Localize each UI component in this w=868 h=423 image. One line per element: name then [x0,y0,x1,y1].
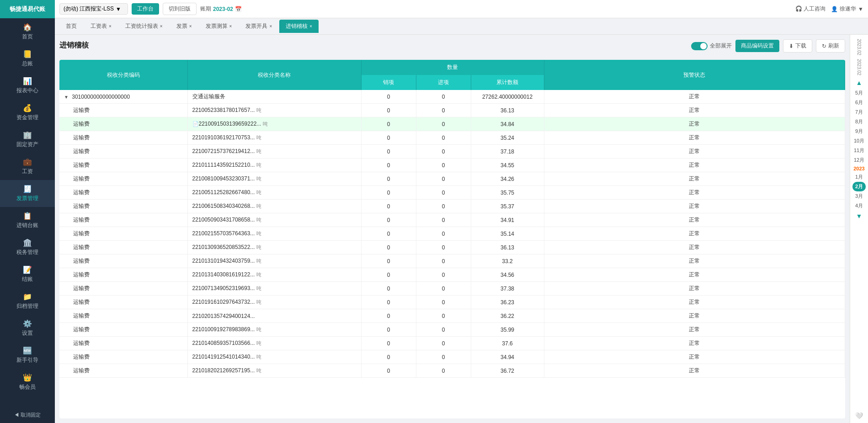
sidebar-item-reports[interactable]: 📊 报表中心 [0,72,55,99]
nav-up-btn[interactable]: ▲ [854,77,864,88]
tab-close-icon[interactable]: × [269,24,272,29]
sidebar-item-label: 资金管理 [16,114,38,122]
month-nov[interactable]: 11月 [850,146,868,155]
table-row[interactable]: 运输费 2210081009453230371... 吨 0 0 34.26 正… [59,172,845,186]
month-apr[interactable]: 4月 [850,201,868,211]
month-dec[interactable]: 12月 [850,155,868,165]
sidebar-item-ledger[interactable]: 📒 总账 [0,45,55,72]
month-jun[interactable]: 6月 [850,98,868,107]
service-btn[interactable]: 🎧 人工咨询 [795,5,825,13]
tax-icon: 🏛️ [23,238,32,247]
sidebar-item-label: 发票管理 [16,195,38,202]
sidebar-item-home[interactable]: 🏠 首页 [0,18,55,45]
table-row[interactable]: 运输费 2210191610297643732... 吨 0 0 36.23 正… [59,296,845,309]
table-row[interactable]: 运输费 2210100919278983869... 吨 0 0 35.99 正… [59,323,845,337]
workspace-btn[interactable]: 工作台 [132,3,159,15]
month-mar[interactable]: 3月 [850,191,868,201]
table-row[interactable]: 运输费 2210052338178017657... 吨 0 0 36.13 正… [59,104,845,117]
table-row[interactable]: 运输费 2210182021269257195... 吨 0 0 36.72 正… [59,364,845,378]
expand-toggle[interactable]: 全部展开 [691,42,732,50]
sidebar-item-assets[interactable]: 🏢 固定资产 [0,126,55,153]
sidebar-item-settlement[interactable]: 📝 结账 [0,261,55,288]
table-row[interactable]: 运输费 2210111143592152210... 吨 0 0 34.55 正… [59,159,845,172]
group-code: ▼ 3010000000000000000 [59,90,187,104]
sidebar-item-member[interactable]: 👑 畅会员 [0,369,55,396]
table-row[interactable]: 运输费 2210201357429400124... 0 0 36.22 正常 [59,309,845,323]
sidebar-item-settings[interactable]: ⚙️ 设置 [0,315,55,342]
month-sep[interactable]: 9月 [850,127,868,136]
calendar-icon[interactable]: 📅 [235,6,242,12]
cell-status: 正常 [544,282,845,296]
tab-invoice-calc[interactable]: 发票测算 × [199,20,239,33]
settings-btn[interactable]: 商品编码设置 [735,40,779,52]
headset-icon: 🎧 [795,5,802,12]
user-menu[interactable]: 👤 徐遂华 ▼ [831,5,863,13]
tab-salary-report[interactable]: 工资统计报表 × [119,20,169,33]
table-row[interactable]: 运输费 2210131019432403759... 吨 0 0 33.2 正常 [59,254,845,268]
tab-close-icon[interactable]: × [309,24,312,29]
table-row[interactable]: 运输费 2210021557035764363... 吨 0 0 35.14 正… [59,227,845,241]
expand-icon[interactable]: ▼ [64,95,69,100]
archive-icon: 📁 [23,292,32,301]
heart-icon[interactable]: 🤍 [852,408,867,423]
nav-down-btn[interactable]: ▼ [854,211,864,222]
month-jul[interactable]: 7月 [850,107,868,117]
tab-close-icon[interactable]: × [229,24,232,29]
cell-sales: 0 [361,131,416,145]
sidebar-item-salary[interactable]: 💼 工资 [0,153,55,180]
sidebar-unpin-btn[interactable]: ◀ 取消固定 [0,407,55,423]
cell-invoice-code: 2210021557035764363... 吨 [187,227,361,241]
sidebar-item-funds[interactable]: 💰 资金管理 [0,99,55,126]
toggle-switch[interactable] [691,42,708,50]
sidebar-item-guide[interactable]: 🆕 新手引导 [0,342,55,369]
sidebar-item-label: 设置 [22,329,33,337]
month-oct[interactable]: 10月 [850,136,868,146]
col-header-purchase: 进项 [416,75,471,90]
tab-home[interactable]: 首页 [59,20,83,33]
chevron-down-icon: ▼ [116,6,121,12]
cell-purchase: 0 [416,90,471,104]
refresh-btn[interactable]: ↻ 刷新 [816,39,845,53]
cell-purchase: 0 [416,309,471,323]
month-may[interactable]: 5月 [850,88,868,98]
sidebar-item-purchase-sales[interactable]: 📋 进销台账 [0,207,55,234]
tab-invoice[interactable]: 发票 × [170,20,198,33]
assets-icon: 🏢 [23,131,32,139]
sidebar-item-invoice-mgmt[interactable]: 🧾 发票管理 [0,180,55,207]
table-row[interactable]: 运输费 2210051125282667480... 吨 0 0 35.75 正… [59,186,845,200]
table-row[interactable]: 运输费 2210141912541014340... 吨 0 0 34.94 正… [59,350,845,364]
download-btn[interactable]: ⬇ 下载 [783,39,812,53]
cell-sales: 0 [361,227,416,241]
table-row[interactable]: 运输费 2210050903431708658... 吨 0 0 34.91 正… [59,213,845,227]
month-jan[interactable]: 1月 [850,172,868,182]
month-feb-active[interactable]: 2月 [852,182,866,191]
sidebar-item-archive[interactable]: 📁 归档管理 [0,288,55,315]
data-table: 税收分类编码 税收分类名称 数量 预警状态 销项 进项 累计数额 [59,60,845,378]
table-row[interactable]: 运输费 2210131403081619122... 吨 0 0 34.56 正… [59,268,845,282]
tab-close-icon[interactable]: × [160,24,163,29]
file-icon: 📄 [192,121,199,127]
table-row[interactable]: 运输费 2210140859357103566... 吨 0 0 37.6 正常 [59,337,845,350]
cell-name: 运输费 [59,117,187,131]
table-row[interactable]: 运输费 📄2210091503139659222... 吨 0 0 34.84 … [59,117,845,131]
switch-old-btn[interactable]: 切到旧版 [163,3,197,15]
sidebar-item-label: 畅会员 [19,383,36,391]
company-selector[interactable]: (勿动) 江西报宝-LSS ▼ [59,3,128,15]
sidebar-item-tax[interactable]: 🏛️ 税务管理 [0,234,55,261]
tab-invoice-open[interactable]: 发票开具 × [239,20,278,33]
table-row[interactable]: ▼ 3010000000000000000 交通运输服务 0 0 27262.4… [59,90,845,104]
table-row[interactable]: 运输费 2210071349052319693... 吨 0 0 37.38 正… [59,282,845,296]
table-row[interactable]: 运输费 2210061508340340268... 吨 0 0 35.37 正… [59,200,845,213]
month-aug[interactable]: 8月 [850,117,868,127]
tab-salary[interactable]: 工资表 × [84,20,118,33]
tab-close-icon[interactable]: × [109,24,112,29]
cell-name: 运输费 [59,364,187,378]
tab-invoice-reconcile[interactable]: 进销稽核 × [279,20,319,33]
right-panel: 2023.02 2023.02 ▲ 5月 6月 7月 8月 9月 10月 11月… [850,35,868,423]
table-row[interactable]: 运输费 2210191036192170753... 吨 0 0 35.24 正… [59,131,845,145]
table-row[interactable]: 运输费 2210072157376219412... 吨 0 0 37.18 正… [59,145,845,159]
tab-close-icon[interactable]: × [189,24,192,29]
cell-sales: 0 [361,296,416,309]
cell-cumulative: 34.56 [471,268,544,282]
table-row[interactable]: 运输费 2210130936520853522... 吨 0 0 36.13 正… [59,241,845,254]
